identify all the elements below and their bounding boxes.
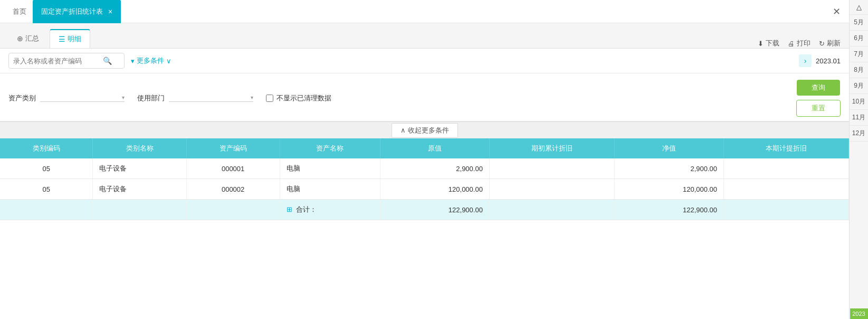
sidebar-up-button[interactable]: △ <box>850 0 868 15</box>
sidebar-month-9[interactable]: 9月 <box>850 78 868 94</box>
row1-code: 05 <box>0 158 93 179</box>
asset-category-select[interactable]: ▾ <box>40 95 125 102</box>
asset-category-label: 资产类别 <box>8 93 36 103</box>
col-accum-depr: 期初累计折旧 <box>489 138 614 158</box>
table-total-row: ⊞ 合计： 122,900.00 122,900.00 <box>0 200 849 220</box>
row1-asset-code: 000001 <box>186 158 280 179</box>
main-tab-label: 固定资产折旧统计表 <box>41 7 103 16</box>
col-current-depr: 本期计提折旧 <box>724 138 849 158</box>
tab-close-button[interactable]: × <box>108 7 112 16</box>
data-table-wrap: 类别编码 类别名称 资产编码 资产名称 原值 期初累计折旧 净值 本期计提折旧 … <box>0 138 849 319</box>
search-input-wrap: 🔍 <box>8 53 125 69</box>
hide-cleared-checkbox-item: 不显示已清理数据 <box>266 93 331 103</box>
sidebar-month-8[interactable]: 8月 <box>850 62 868 78</box>
print-icon: 🖨 <box>788 40 795 48</box>
download-button[interactable]: ⬇ 下载 <box>758 39 779 48</box>
row2-asset-code: 000002 <box>186 179 280 200</box>
sidebar-month-6[interactable]: 6月 <box>850 31 868 46</box>
download-icon: ⬇ <box>758 40 764 48</box>
department-filter: 使用部门 ▾ <box>137 93 253 103</box>
table-row: 05 电子设备 000001 电脑 2,900.00 2,900.00 <box>0 158 849 179</box>
asset-category-filter: 资产类别 ▾ <box>8 93 125 103</box>
filter-conditions: 资产类别 ▾ 使用部门 ▾ 不显示已清理数据 查询 重置 <box>0 73 849 121</box>
collapse-icon: ∧ <box>400 126 406 134</box>
row1-current-depr <box>724 158 849 179</box>
row1-original: 2,900.00 <box>380 158 489 179</box>
total-accum-depr <box>489 200 614 220</box>
chevron-down-icon: ∨ <box>166 57 171 65</box>
sub-tabs-bar: ⊕ 汇总 ☰ 明细 ⬇ 下载 🖨 打印 ↻ 刷新 <box>0 23 849 49</box>
search-bar: 🔍 ▾ 更多条件 ∨ › 2023.01 <box>0 49 849 73</box>
right-sidebar: △ 5月 6月 7月 8月 9月 10月 11月 12月 2023 <box>849 0 868 319</box>
hide-cleared-label: 不显示已清理数据 <box>276 93 331 103</box>
row1-asset-name: 电脑 <box>280 158 380 179</box>
sidebar-month-5[interactable]: 5月 <box>850 15 868 31</box>
table-body: 05 电子设备 000001 电脑 2,900.00 2,900.00 05 电… <box>0 158 849 220</box>
department-arrow-icon: ▾ <box>251 95 253 100</box>
detail-icon: ☰ <box>59 35 65 43</box>
sidebar-month-7[interactable]: 7月 <box>850 46 868 62</box>
reset-button[interactable]: 重置 <box>796 100 841 117</box>
table-header: 类别编码 类别名称 资产编码 资产名称 原值 期初累计折旧 净值 本期计提折旧 <box>0 138 849 158</box>
print-button[interactable]: 🖨 打印 <box>788 39 810 48</box>
row2-net-value: 120,000.00 <box>614 179 723 200</box>
row2-accum-depr <box>489 179 614 200</box>
total-icon: ⊞ <box>287 205 292 213</box>
col-category-name: 类别名称 <box>93 138 186 158</box>
row2-current-depr <box>724 179 849 200</box>
search-icon[interactable]: 🔍 <box>103 57 112 65</box>
total-current-depr <box>724 200 849 220</box>
query-button[interactable]: 查询 <box>797 80 840 96</box>
tab-actions: ⬇ 下载 🖨 打印 ↻ 刷新 <box>758 39 841 48</box>
main-tab: 固定资产折旧统计表 × <box>33 0 121 23</box>
filter-icon: ▾ <box>131 57 135 65</box>
more-filter-button[interactable]: ▾ 更多条件 ∨ <box>131 56 171 65</box>
row2-code: 05 <box>0 179 93 200</box>
col-net-value: 净值 <box>614 138 723 158</box>
refresh-button[interactable]: ↻ 刷新 <box>819 39 841 48</box>
row2-asset-name: 电脑 <box>280 179 380 200</box>
total-net-value: 122,900.00 <box>614 200 723 220</box>
row2-category: 电子设备 <box>93 179 186 200</box>
table-row: 05 电子设备 000002 电脑 120,000.00 120,000.00 <box>0 179 849 200</box>
top-nav: 首页 固定资产折旧统计表 × ✕ <box>0 0 849 23</box>
col-asset-name: 资产名称 <box>280 138 380 158</box>
data-table: 类别编码 类别名称 资产编码 资产名称 原值 期初累计折旧 净值 本期计提折旧 … <box>0 138 849 220</box>
collapse-bar: ∧ 收起更多条件 <box>0 121 849 138</box>
refresh-icon: ↻ <box>819 40 825 48</box>
sidebar-month-10[interactable]: 10月 <box>850 94 868 110</box>
nav-home[interactable]: 首页 <box>8 7 31 16</box>
col-category-code: 类别编码 <box>0 138 93 158</box>
sidebar-month-11[interactable]: 11月 <box>850 110 868 126</box>
hide-cleared-checkbox[interactable] <box>266 95 273 102</box>
date-label: 2023.01 <box>816 57 841 65</box>
department-label: 使用部门 <box>137 93 165 103</box>
total-original: 122,900.00 <box>380 200 489 220</box>
row1-category: 电子设备 <box>93 158 186 179</box>
filter-btn-actions: 查询 重置 <box>796 80 841 117</box>
row1-accum-depr <box>489 158 614 179</box>
asset-category-arrow-icon: ▾ <box>122 95 125 100</box>
total-label: ⊞ 合计： <box>280 200 380 220</box>
department-select[interactable]: ▾ <box>169 95 253 102</box>
summary-icon: ⊕ <box>17 34 23 43</box>
row2-original: 120,000.00 <box>380 179 489 200</box>
tab-summary[interactable]: ⊕ 汇总 <box>8 29 47 48</box>
tab-detail-label: 明细 <box>68 34 81 44</box>
col-asset-code: 资产编码 <box>186 138 280 158</box>
filter-row: 资产类别 ▾ 使用部门 ▾ 不显示已清理数据 查询 重置 <box>8 80 841 117</box>
window-close-button[interactable]: ✕ <box>833 6 841 17</box>
search-input[interactable] <box>13 57 103 65</box>
sidebar-month-12[interactable]: 12月 <box>850 126 868 142</box>
sidebar-year-badge: 2023 <box>850 308 868 319</box>
row1-net-value: 2,900.00 <box>614 158 723 179</box>
nav-arrow-button[interactable]: › <box>799 54 812 67</box>
tab-summary-label: 汇总 <box>25 34 39 43</box>
collapse-button[interactable]: ∧ 收起更多条件 <box>392 123 458 138</box>
col-original-value: 原值 <box>380 138 489 158</box>
tab-detail[interactable]: ☰ 明细 <box>50 29 90 48</box>
